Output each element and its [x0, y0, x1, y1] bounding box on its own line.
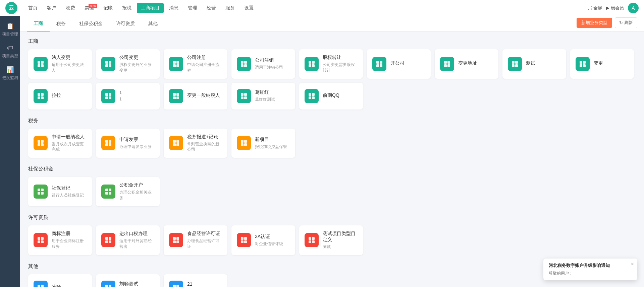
card-前期QQ[interactable]: 前期QQ [299, 83, 363, 110]
card-info: 测试项目类型目定义 测试 [323, 231, 358, 250]
card-icon [237, 233, 251, 247]
svg-rect-91 [176, 240, 179, 243]
card-进出口权办理[interactable]: 进出口权办理 适用于对外贸易经营者 [96, 225, 160, 255]
svg-rect-45 [176, 93, 179, 96]
card-开公司[interactable]: 开公司 [367, 49, 431, 79]
nav-item-收费[interactable]: 收费 [62, 3, 79, 13]
card-info: 刘聪测试 测试 [119, 281, 154, 287]
nav-item-票据[interactable]: 票据new [80, 3, 98, 13]
svg-rect-88 [173, 237, 176, 240]
card-desc: 办理食品经营许可证 [187, 238, 222, 249]
card-刘聪测试[interactable]: 刘聪测试 测试 [96, 274, 160, 287]
svg-rect-94 [241, 240, 244, 243]
notification-body: 尊敬的用户： [549, 271, 632, 276]
svg-rect-6 [105, 64, 108, 67]
member-button[interactable]: ▶ 畅会员 [606, 5, 624, 11]
section-title-gongshang: 工商 [28, 38, 636, 45]
nav-item-管理[interactable]: 管理 [184, 3, 201, 13]
card-拉拉[interactable]: 拉拉 [28, 83, 92, 110]
card-name: 新项目 [255, 137, 290, 143]
nav-item-设置[interactable]: 设置 [240, 3, 258, 13]
svg-rect-11 [176, 64, 179, 67]
card-info: 变更 [594, 60, 629, 68]
card-3A认证[interactable]: 3A认证 对企业信誉评级 [231, 225, 295, 255]
svg-rect-69 [244, 140, 247, 143]
card-公积金开户[interactable]: 公积金开户 办理公积金相关业务 [96, 177, 160, 206]
card-变更[interactable]: 变更 [570, 49, 634, 79]
sidebar-item-项目类型[interactable]: 🏷 项目类型 [0, 41, 20, 62]
tab-许可资质[interactable]: 许可资质 [109, 16, 142, 31]
svg-rect-98 [309, 240, 311, 243]
svg-rect-109 [176, 285, 179, 287]
nav-item-客户[interactable]: 客户 [43, 3, 60, 13]
card-社保登记[interactable]: 社保登记 进行人员社保登记 [28, 177, 92, 206]
card-申请发票[interactable]: 申请发票 办理申请发票业务 [96, 129, 160, 158]
sidebar-item-进度监测[interactable]: 📊 进度监测 [0, 62, 20, 84]
card-公司变更[interactable]: 公司变更 股权变更外的业务变更 [96, 49, 160, 79]
card-商标注册[interactable]: 商标注册 用于企业商标注册服务 [28, 225, 92, 255]
card-icon [34, 89, 48, 103]
card-icon [576, 57, 590, 71]
svg-rect-100 [38, 285, 40, 287]
card-desc: 1 [119, 96, 154, 102]
tab-税务[interactable]: 税务 [50, 16, 72, 31]
tab-其他[interactable]: 其他 [142, 16, 164, 31]
card-name: 社保登记 [52, 185, 87, 191]
svg-rect-85 [109, 237, 111, 240]
card-icon [305, 89, 319, 103]
refresh-button[interactable]: ↻ 刷新 [615, 17, 637, 28]
card-name: 测试项目类型目定义 [323, 231, 358, 243]
card-name: 拉拉 [52, 92, 87, 98]
card-食品经营许可证[interactable]: 食品经营许可证 办理食品经营许可证 [164, 225, 227, 255]
section-title-shebao: 社保公积金 [28, 166, 636, 172]
nav-item-报税[interactable]: 报税 [118, 3, 136, 13]
fullscreen-button[interactable]: ⛶ 全屏 [588, 5, 602, 11]
card-新项目[interactable]: 新项目 报税加税控盘保管 [231, 129, 295, 158]
card-icon [237, 57, 251, 71]
card-葛红红[interactable]: 葛红红 葛红红测试 [231, 83, 295, 110]
nav-item-服务[interactable]: 服务 [221, 3, 239, 13]
card-测试[interactable]: 测试 [502, 49, 566, 79]
card-info: 开公司 [390, 60, 425, 68]
svg-rect-20 [376, 61, 379, 64]
avatar[interactable]: A [628, 3, 639, 13]
sidebar: 📋 项目管理🏷 项目类型📊 进度监测 [0, 16, 20, 287]
card-icon [34, 281, 48, 287]
card-公司注册[interactable]: 公司注册 申请公司注册全流程 [164, 49, 227, 79]
card-变更一般纳税人[interactable]: 变更一般纳税人 [164, 83, 227, 110]
nav-item-工商项目[interactable]: 工商项目 [137, 3, 164, 13]
card-法人变更[interactable]: 法人变更 适用于公司变更法人 [28, 49, 92, 79]
card-icon [305, 57, 319, 71]
card-变更地址[interactable]: 变更地址 [435, 49, 498, 79]
nav-item-记账[interactable]: 记账 [99, 3, 117, 13]
card-哈哈[interactable]: 哈哈 [28, 274, 92, 287]
notification-close-button[interactable]: × [631, 261, 634, 267]
card-税务报道+记账[interactable]: 税务报道+记账 拿到营业执照的新公司 [164, 129, 227, 158]
new-type-button[interactable]: 新增业务类型 [577, 18, 612, 28]
card-测试项目类型目定义[interactable]: 测试项目类型目定义 测试 [299, 225, 363, 255]
card-desc: 拿到营业执照的新公司 [187, 141, 222, 153]
svg-rect-15 [244, 64, 247, 67]
content: 工商 法人变更 适用于公司变更法人 [20, 31, 644, 287]
svg-rect-80 [38, 237, 40, 240]
notification-popup: × 河北税务数字账户升级影响通知 尊敬的用户： [543, 259, 637, 280]
sidebar-icon: 🏷 [6, 44, 14, 52]
card-公司注销[interactable]: 公司注销 适用于注销公司 [231, 49, 295, 79]
svg-rect-66 [173, 143, 176, 146]
card-info: 拉拉 [52, 92, 87, 100]
tab-工商[interactable]: 工商 [27, 16, 50, 31]
card-21[interactable]: 21 1 [164, 274, 227, 287]
nav-item-首页[interactable]: 首页 [24, 3, 42, 13]
nav-item-经营[interactable]: 经营 [203, 3, 220, 13]
sidebar-item-项目管理[interactable]: 📋 项目管理 [0, 19, 20, 41]
card-desc: 适用于对外贸易经营者 [119, 238, 154, 249]
card-info: 商标注册 用于企业商标注册服务 [52, 231, 87, 249]
card-申请一般纳税人[interactable]: 申请一般纳税人 当月或次月成变更完成 [28, 129, 92, 158]
svg-rect-61 [109, 140, 111, 143]
card-股权转让[interactable]: 股权转让 公司变更需要股权转让 [299, 49, 363, 79]
svg-rect-108 [173, 285, 176, 287]
nav-item-消息[interactable]: 消息 [165, 3, 182, 13]
card-1[interactable]: 1 1 [96, 83, 160, 110]
tab-社保公积金[interactable]: 社保公积金 [72, 16, 109, 31]
svg-rect-27 [447, 64, 450, 67]
